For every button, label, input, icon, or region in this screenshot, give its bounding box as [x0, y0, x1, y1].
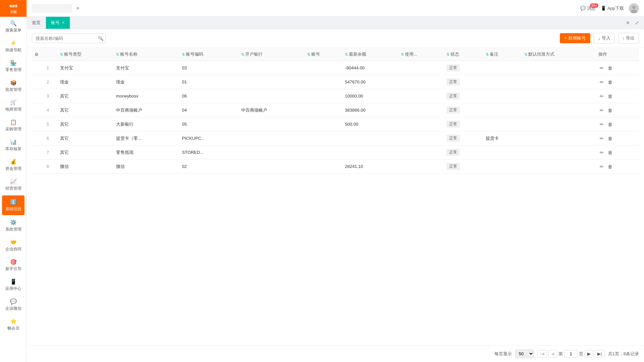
sidebar-item-finance[interactable]: 💰资金管理 [0, 155, 26, 175]
tab-expand-icon[interactable]: ⤢ [633, 19, 641, 26]
col-settings: ⚙ [32, 48, 44, 61]
edit-button-2[interactable]: ✏ [598, 79, 605, 85]
col-name[interactable]: ⇅账号名称 [113, 48, 179, 61]
sidebar: 畅捷通 乐版 🔍搜索菜单⚡快捷导航🏪零售管理📦批发管理🛒电商管理📋采购管理📊库存… [0, 0, 27, 362]
row-name-6: 提货卡（零... [113, 131, 179, 145]
page-suffix: 页 [579, 351, 583, 357]
row-status-5: 正常 [444, 117, 483, 131]
delete-button-8[interactable]: 🗑 [606, 163, 614, 170]
row-settings-7 [32, 145, 44, 160]
row-usage-8 [398, 160, 443, 174]
sidebar-item-search[interactable]: 🔍搜索菜单 [0, 17, 26, 37]
row-default-pay-7 [522, 145, 596, 160]
tab-account-close[interactable]: ✕ [62, 20, 65, 25]
page-first-button[interactable]: |◀ [537, 350, 547, 358]
row-actions-5: ✏ 🗑 [596, 117, 639, 131]
page-prev-button[interactable]: ◀ [548, 350, 557, 358]
row-account-3 [305, 89, 342, 103]
col-remark[interactable]: ⇅备注 [483, 48, 522, 61]
row-default-pay-3 [522, 89, 596, 103]
col-account[interactable]: ⇅账号 [305, 48, 342, 61]
add-account-label: + 新增账号 [565, 35, 586, 41]
ecommerce-icon: 🛒 [10, 99, 17, 106]
row-num-2: 2 [44, 75, 57, 89]
col-bank[interactable]: ⇅开户银行 [238, 48, 304, 61]
sidebar-item-inventory[interactable]: 📊库存核算 [0, 135, 26, 155]
sidebar-item-purchase[interactable]: 📋采购管理 [0, 116, 26, 135]
delete-button-1[interactable]: 🗑 [606, 65, 614, 71]
settings-icon[interactable]: ⚙ [35, 52, 39, 57]
sidebar-item-wholesale[interactable]: 📦批发管理 [0, 76, 26, 96]
page-number-input[interactable] [564, 350, 578, 358]
sidebar-item-enterprise[interactable]: 🤝企业协同 [0, 236, 26, 255]
row-settings-1 [32, 61, 44, 75]
search-input[interactable] [32, 34, 95, 43]
sidebar-item-basic[interactable]: ℹ️基础信息 [2, 195, 24, 215]
edit-button-5[interactable]: ✏ [598, 121, 605, 128]
sidebar-item-system[interactable]: ⚙️系统管理 [0, 216, 26, 236]
edit-button-4[interactable]: ✏ [598, 107, 605, 114]
edit-button-1[interactable]: ✏ [598, 65, 605, 71]
pagination: 每页显示 50 100 200 |◀ ◀ 第 页 ▶ ▶| 共1页，8条记录 [27, 345, 644, 362]
row-name-1: 支付宝 [113, 61, 179, 75]
app-download-button[interactable]: 📱 App下载 [601, 5, 624, 11]
delete-button-3[interactable]: 🗑 [606, 93, 614, 100]
delete-button-2[interactable]: 🗑 [606, 79, 614, 85]
delete-button-7[interactable]: 🗑 [606, 149, 614, 156]
row-default-pay-4 [522, 103, 596, 117]
row-remark-6: 提货卡 [483, 131, 522, 145]
col-usage[interactable]: ⇅使用... [398, 48, 443, 61]
sidebar-label-quicknav: 快捷导航 [5, 47, 21, 53]
page-size-label: 每页显示 [494, 351, 512, 357]
row-actions-6: ✏ 🗑 [596, 131, 639, 145]
status-badge-4: 正常 [446, 107, 460, 114]
sidebar-item-guide[interactable]: 🎯新手引导 [0, 255, 26, 275]
add-account-button[interactable]: + 新增账号 [560, 33, 590, 43]
import-button[interactable]: ↓ 导入 [594, 33, 615, 44]
export-button[interactable]: ↑ 导出 [618, 33, 639, 44]
delete-button-4[interactable]: 🗑 [606, 107, 614, 114]
row-usage-6 [398, 131, 443, 145]
topbar-dropdown-icon[interactable]: ▼ [75, 6, 80, 11]
edit-button-8[interactable]: ✏ [598, 163, 605, 170]
delete-button-6[interactable]: 🗑 [606, 135, 614, 142]
message-button[interactable]: 💬 消息 99+ [580, 5, 596, 11]
edit-button-7[interactable]: ✏ [598, 149, 605, 156]
col-balance[interactable]: ⇅最新余额 [342, 48, 398, 61]
row-bank-5 [238, 117, 304, 131]
tab-actions: ✕ ⤢ [624, 19, 644, 26]
sidebar-item-appcenter[interactable]: 📱应用中心 [0, 275, 26, 295]
quicknav-icon: ⚡ [10, 40, 17, 46]
row-default-pay-6 [522, 131, 596, 145]
page-size-select[interactable]: 50 100 200 [515, 350, 534, 358]
row-balance-4: 383866.00 [342, 103, 398, 117]
tab-home[interactable]: 首页 [27, 17, 46, 29]
status-badge-6: 正常 [446, 135, 460, 142]
delete-button-5[interactable]: 🗑 [606, 121, 614, 128]
app-logo: 畅捷通 乐版 [0, 0, 26, 17]
edit-button-3[interactable]: ✏ [598, 93, 605, 100]
user-avatar[interactable] [629, 3, 639, 13]
edit-button-6[interactable]: ✏ [598, 135, 605, 142]
row-name-2: 现金 [113, 75, 179, 89]
sidebar-item-member[interactable]: ⭐畅会员 [0, 315, 26, 335]
row-status-3: 正常 [444, 89, 483, 103]
page-next-button[interactable]: ▶ [585, 350, 593, 358]
search-button[interactable]: 🔍 [95, 34, 106, 43]
retail-icon: 🏪 [10, 60, 17, 66]
sidebar-item-operation[interactable]: 📈经营管理 [0, 175, 26, 195]
tab-account[interactable]: 账号 ✕ [46, 17, 70, 29]
col-status[interactable]: ⇅状态 [444, 48, 483, 61]
sidebar-item-retail[interactable]: 🏪零售管理 [0, 56, 26, 76]
sidebar-item-wechat[interactable]: 💬企业微信 [0, 295, 26, 315]
col-code[interactable]: ⇅账号编码 [179, 48, 238, 61]
col-default-pay[interactable]: ⇅默认结算方式 [522, 48, 596, 61]
sidebar-item-ecommerce[interactable]: 🛒电商管理 [0, 96, 26, 116]
col-type[interactable]: ⇅账号类型 [57, 48, 113, 61]
table-container: ⚙ ⇅账号类型 ⇅账号名称 ⇅账号编码 ⇅开户银行 ⇅账号 ⇅最新余额 ⇅使用.… [27, 48, 644, 345]
sidebar-item-quicknav[interactable]: ⚡快捷导航 [0, 37, 26, 56]
app-download-label: App下载 [607, 5, 624, 11]
page-last-button[interactable]: ▶| [595, 350, 604, 358]
tab-close-all-icon[interactable]: ✕ [624, 19, 632, 26]
topbar-search-input[interactable] [32, 4, 72, 12]
